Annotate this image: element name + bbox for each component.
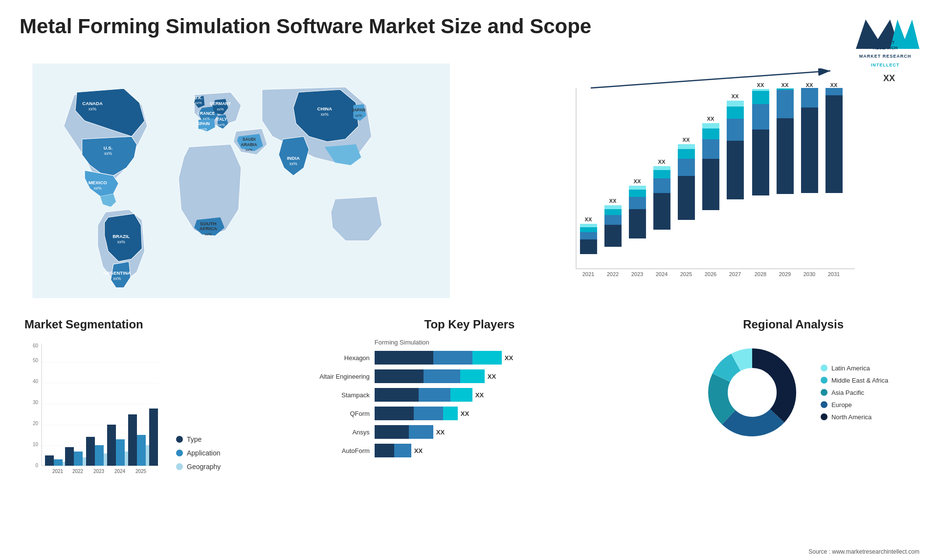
svg-rect-98: [826, 95, 843, 193]
qform-xx: XX: [461, 410, 469, 417]
svg-text:xx%: xx%: [217, 107, 224, 111]
qform-bar-stacked: [375, 407, 458, 420]
bar-chart-section: XX 2021 XX: [482, 64, 919, 298]
svg-rect-60: [653, 178, 671, 193]
svg-rect-53: [629, 209, 646, 238]
svg-rect-72: [702, 139, 719, 159]
svg-rect-80: [727, 101, 744, 107]
svg-rect-62: [653, 166, 671, 170]
ansys-xx: XX: [436, 429, 445, 436]
svg-text:RESEARCH: RESEARCH: [873, 45, 898, 50]
page-container: Metal Forming Simulation Software Market…: [0, 0, 939, 560]
hexagon-xx: XX: [505, 354, 513, 362]
svg-text:60: 60: [33, 343, 39, 348]
donut-chart-svg: [698, 339, 806, 446]
svg-text:U.K.: U.K.: [194, 95, 202, 100]
altair-seg2: [424, 369, 460, 383]
forming-sim-label: Forming Simulation: [375, 339, 429, 346]
svg-rect-55: [629, 190, 646, 197]
legend-geography: Geography: [176, 463, 221, 471]
svg-text:2023: 2023: [631, 271, 643, 277]
svg-text:FRANCE: FRANCE: [198, 111, 215, 116]
svg-rect-50: [604, 205, 622, 209]
svg-point-143: [729, 369, 776, 416]
svg-text:xx%: xx%: [203, 116, 210, 121]
players-bars: Forming Simulation Hexagon XX: [296, 339, 643, 457]
legend-geo-dot: [176, 463, 183, 470]
svg-text:2027: 2027: [729, 271, 741, 277]
hexagon-seg1: [375, 351, 433, 365]
svg-text:JAPAN: JAPAN: [352, 108, 365, 112]
svg-rect-121: [74, 452, 83, 466]
autoform-xx: XX: [414, 447, 423, 454]
svg-text:2025: 2025: [135, 469, 147, 474]
svg-text:xx%: xx%: [94, 186, 102, 191]
svg-rect-49: [604, 209, 622, 215]
svg-rect-71: [702, 159, 719, 210]
legend-type: Type: [176, 435, 221, 443]
segmentation-section: Market Segmentation 0 10 20 30 40 50 60: [20, 313, 272, 518]
svg-rect-83: [752, 129, 769, 195]
reg-label-asia: Asia Pacific: [831, 389, 864, 396]
header: Metal Forming Simulation Software Market…: [20, 15, 919, 54]
svg-text:xx%: xx%: [205, 232, 212, 237]
svg-rect-85: [752, 91, 769, 104]
svg-text:2028: 2028: [755, 271, 766, 277]
autoform-bar-stacked: [375, 444, 411, 457]
reg-legend-latin: Latin America: [821, 365, 888, 372]
reg-label-mea: Middle East & Africa: [831, 377, 888, 384]
map-section: CANADA xx% U.S. xx% MEXICO xx% BRAZIL xx…: [20, 64, 463, 298]
svg-text:XX: XX: [757, 83, 764, 88]
svg-text:2023: 2023: [93, 469, 105, 474]
svg-text:xx%: xx%: [218, 123, 225, 127]
page-title: Metal Forming Simulation Software Market…: [20, 15, 591, 38]
reg-legend-na: North America: [821, 413, 888, 421]
reg-label-latin: Latin America: [831, 365, 870, 372]
svg-text:2030: 2030: [804, 271, 815, 277]
svg-text:ARGENTINA: ARGENTINA: [103, 270, 131, 276]
svg-rect-120: [65, 447, 74, 466]
stampack-seg1: [375, 388, 419, 402]
svg-text:10: 10: [33, 442, 39, 447]
reg-legend-europe: Europe: [821, 401, 888, 409]
bottom-section: Market Segmentation 0 10 20 30 40 50 60: [20, 313, 919, 518]
player-name-stampack: Stampack: [296, 391, 370, 399]
svg-rect-68: [678, 144, 695, 149]
regional-title: Regional Analysis: [672, 318, 915, 331]
svg-text:INDIA: INDIA: [287, 155, 300, 161]
svg-rect-84: [752, 104, 769, 129]
svg-text:xx%: xx%: [200, 127, 207, 131]
donut-area: Latin America Middle East & Africa Asia …: [672, 339, 915, 446]
legend-type-label: Type: [187, 435, 201, 443]
svg-rect-129: [116, 439, 125, 466]
stampack-xx: XX: [475, 391, 484, 399]
legend-app-label: Application: [187, 449, 221, 457]
svg-text:XX: XX: [585, 216, 592, 222]
svg-text:XX: XX: [732, 93, 739, 99]
svg-rect-41: [580, 239, 597, 254]
svg-text:XX: XX: [782, 83, 789, 88]
svg-text:CHINA: CHINA: [317, 106, 332, 111]
reg-label-na: North America: [831, 413, 872, 421]
svg-rect-74: [702, 123, 719, 129]
players-section: Top Key Players Forming Simulation Hexag…: [287, 313, 652, 518]
svg-text:2022: 2022: [72, 469, 84, 474]
players-title: Top Key Players: [296, 318, 643, 331]
hexagon-seg2: [433, 351, 472, 365]
legend-geo-label: Geography: [187, 463, 221, 471]
reg-dot-latin: [821, 365, 827, 371]
svg-text:ARABIA: ARABIA: [241, 142, 257, 147]
svg-rect-78: [727, 119, 744, 141]
svg-text:U.S.: U.S.: [104, 145, 113, 151]
svg-text:40: 40: [33, 379, 39, 384]
svg-rect-132: [128, 414, 137, 466]
player-row-qform: QForm XX: [296, 407, 643, 420]
svg-text:xx%: xx%: [195, 101, 202, 105]
svg-text:xx%: xx%: [117, 239, 126, 244]
reg-label-europe: Europe: [831, 401, 852, 409]
svg-text:xx%: xx%: [321, 112, 329, 117]
svg-text:MARKET: MARKET: [876, 40, 895, 45]
svg-text:2024: 2024: [114, 469, 126, 474]
player-header-label: Forming Simulation: [375, 339, 643, 346]
svg-text:2021: 2021: [52, 469, 64, 474]
